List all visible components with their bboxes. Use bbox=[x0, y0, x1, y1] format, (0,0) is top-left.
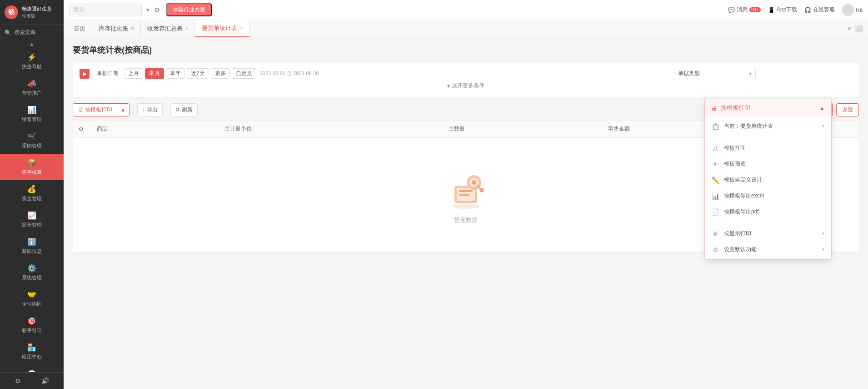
set-default-icon: ⚙ bbox=[711, 246, 719, 253]
svg-point-9 bbox=[479, 188, 484, 192]
tab-close-collection[interactable]: × bbox=[185, 25, 189, 32]
dropdown-item-template-preview[interactable]: 👁 模板预览 bbox=[705, 156, 831, 172]
filter-bar: ▶ 单据日期 上月 本月 本年 近7天 更多 自定义 2023-06-01 至 … bbox=[73, 63, 859, 97]
settings-icon[interactable]: ⚙ bbox=[15, 377, 21, 384]
messages-badge: 99+ bbox=[749, 7, 761, 12]
app-download-item[interactable]: 📱 App下载 bbox=[768, 6, 797, 14]
date-btn-7days[interactable]: 近7天 bbox=[187, 68, 209, 79]
topbar-search-box[interactable]: 搜索... bbox=[69, 4, 142, 16]
export-btn[interactable]: ↑ 导出 bbox=[137, 103, 163, 116]
sidebar-search-item[interactable]: 🔍 搜索菜单 bbox=[0, 25, 64, 40]
display-print-arrow: ▾ bbox=[822, 231, 825, 237]
sidebar-item-basic[interactable]: ℹ️ 基础信息 bbox=[0, 233, 64, 259]
date-btn-current-month[interactable]: 本月 bbox=[145, 68, 164, 79]
expand-chevron-icon: ▾ bbox=[447, 83, 450, 89]
sidebar-item-sales[interactable]: 📊 销售管理 bbox=[0, 101, 64, 127]
table-header-product: 商品 bbox=[91, 121, 219, 138]
filter-expand-toggle[interactable]: ▶ bbox=[80, 69, 90, 79]
dropdown-set-default[interactable]: ⚙ 设置默认功能 ▾ bbox=[705, 242, 831, 258]
user-avatar-item[interactable]: Rit bbox=[842, 4, 863, 16]
dropdown-header[interactable]: 🖨 按模板打印 ▲ bbox=[705, 99, 831, 116]
date-options-group: 上月 本月 本年 近7天 更多 自定义 2023-06-01 至 2023-06… bbox=[124, 68, 319, 79]
sidebar-item-quicknav[interactable]: ⚡ 快捷导航 bbox=[0, 48, 64, 75]
sidebar-item-finance[interactable]: 💰 资金管理 bbox=[0, 180, 64, 207]
phone-icon: 📱 bbox=[768, 7, 775, 13]
template-excel-icon: 📊 bbox=[711, 192, 719, 200]
tab-collection[interactable]: 收发存汇总表 × bbox=[141, 20, 195, 37]
print-dropdown-arrow[interactable]: ▲ bbox=[117, 104, 129, 115]
template-pdf-icon: 📄 bbox=[711, 208, 719, 216]
date-btn-more[interactable]: 更多 bbox=[211, 68, 230, 79]
display-print-icon: 🖥 bbox=[711, 230, 719, 237]
system-icon: ⚙️ bbox=[27, 264, 36, 273]
expand-more-btn[interactable]: ▾ 展开更多条件 bbox=[80, 79, 852, 92]
tab-batch[interactable]: 库存批次账 × bbox=[92, 20, 141, 37]
sidebar-item-marketing[interactable]: 📣 营销推广 bbox=[0, 75, 64, 101]
topbar-gear-icon[interactable]: ⚙ bbox=[154, 6, 160, 14]
dropdown-divider2 bbox=[705, 222, 831, 223]
sidebar-item-operation[interactable]: 📈 经营管理 bbox=[0, 207, 64, 233]
template-print-icon: 🖨 bbox=[711, 145, 719, 152]
dropdown-collapse-icon[interactable]: ▲ bbox=[819, 105, 825, 111]
dropdown-item-template-excel[interactable]: 📊 按模板导出excel bbox=[705, 188, 831, 204]
scroll-up[interactable]: ▲ bbox=[0, 40, 64, 48]
messages-item[interactable]: 💬 消息 99+ bbox=[728, 6, 761, 14]
sidebar-item-inventory[interactable]: 📦 库存核算 bbox=[0, 154, 64, 180]
quicknav-icon: ⚡ bbox=[27, 53, 36, 61]
inventory-icon: 📦 bbox=[27, 158, 36, 167]
finance-icon: 💰 bbox=[27, 185, 36, 193]
sidebar-footer: ⚙ 🔊 bbox=[0, 372, 64, 389]
svg-rect-3 bbox=[459, 190, 473, 192]
sound-icon[interactable]: 🔊 bbox=[41, 377, 49, 384]
print-template-btn[interactable]: 🖨 按模板打印 bbox=[73, 104, 117, 116]
topbar-dropdown-arrow[interactable]: ▾ bbox=[146, 6, 150, 13]
sidebar-item-wechat[interactable]: 💬 企业微信 bbox=[0, 365, 64, 372]
refresh-btn[interactable]: ↺ 刷新 bbox=[170, 103, 198, 116]
message-icon: 💬 bbox=[728, 7, 735, 13]
dropdown-item-template-print[interactable]: 🖨 模板打印 bbox=[705, 140, 831, 156]
refresh-icon: ↺ bbox=[175, 106, 180, 113]
dropdown-section-expandable: 🖥 按显示打印 ▾ ⚙ 设置默认功能 ▾ bbox=[705, 224, 831, 259]
template-design-icon: ✏️ bbox=[711, 177, 719, 184]
search-icon: 🔍 bbox=[5, 30, 11, 36]
tab-home[interactable]: 首页 bbox=[67, 20, 92, 37]
dropdown-display-print[interactable]: 🖥 按显示打印 ▾ bbox=[705, 226, 831, 242]
settings-btn[interactable]: 设置 bbox=[836, 103, 859, 116]
tab-expand-area: × ⬜ bbox=[842, 25, 868, 32]
date-btn-prev-month[interactable]: 上月 bbox=[124, 68, 143, 79]
dropdown-current-item[interactable]: 📋 当前：要货单统计表 ▾ bbox=[705, 118, 831, 134]
type-filter-select[interactable]: 单据类型 ▾ bbox=[674, 68, 756, 79]
topbar-right: 💬 消息 99+ 📱 App下载 🎧 在线客服 Rit bbox=[728, 4, 863, 16]
date-btn-custom[interactable]: 自定义 bbox=[232, 68, 256, 79]
table-header-gear[interactable]: ⚙ bbox=[73, 121, 91, 138]
sidebar-nav: ▲ ⚡ 快捷导航 📣 营销推广 📊 销售管理 🛒 采购管理 📦 库存核算 💰 资… bbox=[0, 40, 64, 372]
dropdown-section-items: 🖨 模板打印 👁 模板预览 ✏️ 模板自定义设计 📊 按模板导出excel 📄 bbox=[705, 138, 831, 222]
sidebar-item-purchase[interactable]: 🛒 采购管理 bbox=[0, 127, 64, 154]
dropdown-item-template-design[interactable]: ✏️ 模板自定义设计 bbox=[705, 172, 831, 188]
dropdown-section-current: 📋 当前：要货单统计表 ▾ bbox=[705, 116, 831, 136]
sidebar-logo: 畅 畅康通好生意 标准版 bbox=[0, 0, 64, 25]
tab-close-all[interactable]: × bbox=[848, 25, 851, 32]
operation-icon: 📈 bbox=[27, 211, 36, 220]
sidebar-item-appstore[interactable]: 🏪 应用中心 bbox=[0, 338, 64, 365]
date-btn-current-year[interactable]: 本年 bbox=[166, 68, 185, 79]
trial-button[interactable]: 体验行业方案 bbox=[166, 3, 212, 16]
empty-text: 暂无数据 bbox=[454, 216, 478, 224]
tab-close-order-stats[interactable]: × bbox=[240, 25, 243, 31]
sidebar-item-newguide[interactable]: 🎯 新手引导 bbox=[0, 312, 64, 338]
empty-illustration bbox=[443, 165, 489, 211]
sidebar-item-collab[interactable]: 🤝 企业协同 bbox=[0, 286, 64, 312]
tab-order-stats[interactable]: 要货单统计表 × bbox=[195, 20, 250, 37]
sidebar-item-system[interactable]: ⚙️ 系统管理 bbox=[0, 259, 64, 286]
online-service-item[interactable]: 🎧 在线客服 bbox=[804, 6, 835, 14]
svg-point-0 bbox=[452, 203, 479, 209]
set-default-arrow: ▾ bbox=[822, 247, 825, 253]
tab-close-batch[interactable]: × bbox=[131, 25, 134, 32]
tab-expand-btn[interactable]: ⬜ bbox=[855, 25, 863, 32]
avatar bbox=[842, 4, 854, 16]
template-preview-icon: 👁 bbox=[711, 161, 719, 168]
toolbar-divider1 bbox=[133, 105, 134, 114]
date-filter-label: 单据日期 bbox=[97, 70, 119, 77]
dropdown-item-template-pdf[interactable]: 📄 按模板导出pdf bbox=[705, 204, 831, 220]
newguide-icon: 🎯 bbox=[27, 317, 36, 325]
